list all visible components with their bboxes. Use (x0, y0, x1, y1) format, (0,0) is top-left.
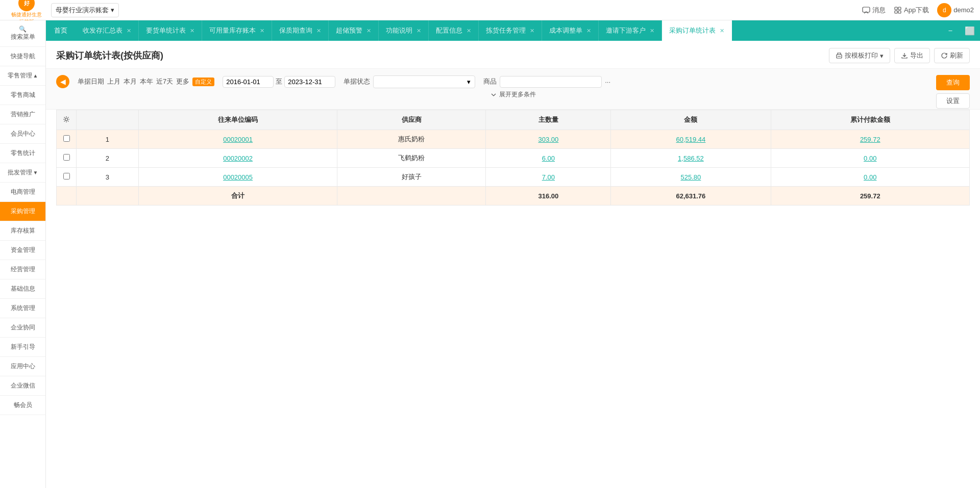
tab-cost-adjust[interactable]: 成本调整单 ✕ (542, 20, 599, 41)
sidebar-item-ops-mgmt[interactable]: 经营管理 (0, 260, 45, 279)
tab-function-desc-close[interactable]: ✕ (416, 28, 421, 34)
sidebar-item-search[interactable]: 🔍 搜索菜单 (0, 20, 45, 47)
row-checkbox[interactable] (57, 130, 77, 149)
sidebar-item-retail-mgmt[interactable]: 零售管理 ▲ (0, 66, 45, 86)
tab-config-info-close[interactable]: ✕ (467, 28, 471, 34)
date-shortcut-this-month[interactable]: 本月 (124, 77, 137, 86)
goods-input[interactable] (500, 76, 602, 88)
export-button[interactable]: 导出 (894, 48, 930, 63)
date-shortcut-7days[interactable]: 近7天 (156, 77, 173, 86)
sidebar-item-inventory-check[interactable]: 库存核算 (0, 221, 45, 241)
sidebar-item-basic-info[interactable]: 基础信息 (0, 279, 45, 299)
sidebar-wholesale-mgmt-label: 批发管理 (8, 168, 32, 177)
tab-purchase-summary[interactable]: 采购订单统计表 ✕ (662, 20, 732, 41)
tab-config-info[interactable]: 配置信息 ✕ (429, 20, 479, 41)
query-button[interactable]: 查询 (936, 75, 970, 90)
user-profile[interactable]: d demo2 (937, 3, 974, 17)
tab-function-desc[interactable]: 功能说明 ✕ (379, 20, 429, 41)
row-paid-amount-1[interactable]: 259.72 (771, 130, 969, 149)
tab-invite-downstream-label: 邀请下游客户 (606, 26, 646, 35)
col-settings[interactable] (57, 110, 77, 130)
row-checkbox-input[interactable] (63, 135, 70, 142)
tab-cost-adjust-close[interactable]: ✕ (586, 28, 591, 34)
row-amount-1[interactable]: 60,519.44 (611, 130, 771, 149)
workspace-selector[interactable]: 母婴行业演示账套 ▾ (51, 3, 119, 17)
sidebar-item-member-center[interactable]: 会员中心 (0, 124, 45, 144)
sidebar-item-ecommerce-mgmt[interactable]: 电商管理 (0, 183, 45, 202)
tab-overstock-warning-close[interactable]: ✕ (366, 28, 371, 34)
tab-receive-summary-close[interactable]: ✕ (127, 28, 131, 34)
tab-receive-summary[interactable]: 收发存汇总表 ✕ (76, 20, 139, 41)
tab-expiry-query[interactable]: 保质期查询 ✕ (272, 20, 329, 41)
sidebar-item-enterprise-collab[interactable]: 企业协同 (0, 318, 45, 338)
sidebar-item-marketing[interactable]: 营销推广 (0, 105, 45, 124)
goods-more-icon[interactable]: ··· (605, 78, 610, 86)
sidebar-search-label: 搜索菜单 (11, 33, 35, 40)
filter-area: ◀ 单据日期 上月 本月 本年 近7天 更多 自定义 (46, 69, 980, 110)
sidebar-item-system-mgmt[interactable]: 系统管理 (0, 299, 45, 318)
filter-collapse-btn[interactable]: ◀ (56, 75, 69, 88)
row-paid-amount-2[interactable]: 0.00 (771, 149, 969, 168)
row-main-qty-3[interactable]: 7.00 (486, 168, 611, 187)
status-select[interactable]: ▾ (373, 75, 475, 88)
tab-invite-downstream[interactable]: 邀请下游客户 ✕ (599, 20, 662, 41)
row-checkbox-3[interactable] (57, 168, 77, 187)
tab-order-summary-close[interactable]: ✕ (190, 28, 194, 34)
page-title: 采购订单统计表(按供应商) (56, 49, 163, 62)
sidebar-item-retail-stats[interactable]: 零售统计 (0, 144, 45, 163)
refresh-button[interactable]: 刷新 (934, 48, 970, 63)
sidebar-item-quick-nav[interactable]: 快捷导航 (0, 47, 45, 66)
date-from-input[interactable] (223, 76, 274, 88)
tab-available-stock-close[interactable]: ✕ (260, 28, 264, 34)
sidebar-item-new-guide[interactable]: 新手引导 (0, 338, 45, 357)
sidebar-item-fund-mgmt[interactable]: 资金管理 (0, 241, 45, 260)
status-label: 单据状态 (344, 77, 370, 86)
row-paid-amount-3[interactable]: 0.00 (771, 168, 969, 187)
tab-home[interactable]: 首页 (46, 20, 76, 41)
tab-overstock-warning[interactable]: 超储预警 ✕ (329, 20, 379, 41)
date-shortcut-prev-month[interactable]: 上月 (107, 77, 120, 86)
message-button[interactable]: 消息 (862, 6, 886, 15)
tab-picking-task[interactable]: 拣货任务管理 ✕ (479, 20, 542, 41)
template-print-button[interactable]: 按模板打印 ▾ (829, 48, 890, 63)
sidebar-item-purchase-mgmt[interactable]: 采购管理 (0, 202, 45, 221)
row-main-qty-2[interactable]: 6.00 (486, 149, 611, 168)
date-shortcut-this-year[interactable]: 本年 (140, 77, 153, 86)
right-action-group: 查询 设置 (936, 75, 970, 109)
tab-invite-downstream-close[interactable]: ✕ (650, 28, 654, 34)
row-checkbox-input-2[interactable] (63, 154, 70, 161)
date-shortcut-more[interactable]: 更多 (176, 77, 189, 86)
row-main-qty-1[interactable]: 303.00 (486, 130, 611, 149)
sidebar-enterprise-collab-label: 企业协同 (11, 324, 35, 331)
sidebar-item-app-center[interactable]: 应用中心 (0, 357, 45, 376)
row-supplier-code-1[interactable]: 00020001 (138, 130, 337, 149)
tab-purchase-summary-close[interactable]: ✕ (720, 28, 724, 34)
row-checkbox-2[interactable] (57, 149, 77, 168)
message-label: 消息 (872, 6, 886, 15)
sidebar-item-enterprise-wechat[interactable]: 企业微信 (0, 376, 45, 396)
row-amount-2[interactable]: 1,586.52 (611, 149, 771, 168)
tab-available-stock[interactable]: 可用量库存账本 ✕ (202, 20, 272, 41)
tab-minimize-btn[interactable]: － (941, 20, 960, 41)
date-to-input[interactable] (284, 76, 335, 88)
settings-button[interactable]: 设置 (936, 93, 970, 109)
app-download-button[interactable]: App下载 (894, 6, 929, 15)
tab-maximize-btn[interactable]: ⬜ (960, 20, 980, 41)
sidebar-item-wholesale-mgmt[interactable]: 批发管理 ▼ (0, 163, 45, 183)
row-amount-3[interactable]: 525.80 (611, 168, 771, 187)
row-supplier-code-2[interactable]: 00020002 (138, 149, 337, 168)
tab-picking-task-close[interactable]: ✕ (530, 28, 534, 34)
sidebar-item-retail-store[interactable]: 零售商城 (0, 86, 45, 105)
row-checkbox-input-3[interactable] (63, 173, 70, 179)
tab-order-summary[interactable]: 要货单统计表 ✕ (139, 20, 202, 41)
row-supplier-code-3[interactable]: 00020005 (138, 168, 337, 187)
page-header-actions: 按模板打印 ▾ 导出 刷新 (829, 48, 970, 63)
sidebar-fund-label: 资金管理 (11, 246, 35, 253)
tab-expiry-query-close[interactable]: ✕ (316, 28, 321, 34)
expand-more-button[interactable]: 展开更多条件 (490, 90, 536, 99)
sidebar-retail-stats-label: 零售统计 (11, 149, 35, 157)
footer-empty-1 (57, 187, 77, 206)
page-area: 采购订单统计表(按供应商) 按模板打印 ▾ 导出 (46, 41, 980, 488)
tab-order-summary-label: 要货单统计表 (146, 26, 186, 35)
sidebar-item-member[interactable]: 畅会员 (0, 396, 45, 415)
